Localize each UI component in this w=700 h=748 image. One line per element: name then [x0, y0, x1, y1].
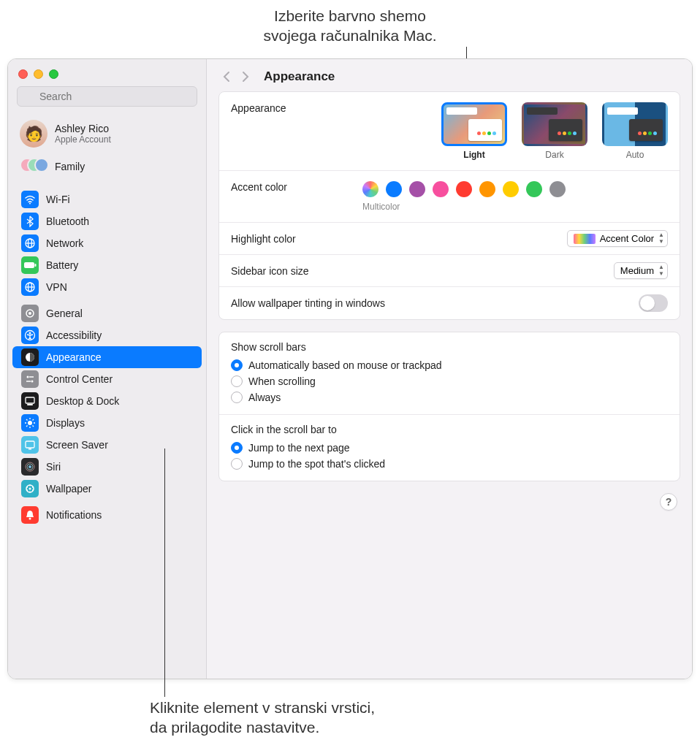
network-icon — [21, 234, 39, 252]
svg-point-18 — [31, 381, 34, 383]
svg-point-14 — [29, 332, 31, 335]
accent-swatch-5[interactable] — [479, 181, 495, 197]
scrollclick-title: Click in the scroll bar to — [219, 415, 680, 440]
svg-point-44 — [29, 518, 31, 520]
appearance-option-light[interactable]: Light — [441, 102, 507, 160]
accent-swatch-8[interactable] — [549, 181, 566, 197]
family-row[interactable]: Family — [8, 153, 206, 184]
sidebar-item-network[interactable]: Network — [12, 232, 202, 254]
accent-swatch-6[interactable] — [503, 181, 519, 197]
sidebar-item-notifications[interactable]: Notifications — [12, 504, 202, 526]
main-header: Appearance — [207, 59, 692, 91]
radio-label: Jump to the next page — [248, 442, 350, 454]
accent-swatch-3[interactable] — [433, 181, 449, 197]
accent-swatch-0[interactable] — [362, 181, 378, 197]
svg-point-16 — [27, 376, 29, 378]
accent-swatch-7[interactable] — [526, 181, 542, 197]
account-row[interactable]: 🧑 Ashley Rico Apple Account — [8, 114, 206, 153]
svg-point-42 — [26, 489, 28, 491]
highlight-label: Highlight color — [231, 233, 296, 245]
svg-point-38 — [29, 485, 31, 486]
settings-window: 🧑 Ashley Rico Apple Account Family Wi-Fi… — [7, 58, 693, 679]
sidebar-item-wallpaper[interactable]: Wallpaper — [12, 478, 202, 500]
sidebar-item-label: Bluetooth — [46, 215, 89, 227]
sidebar-item-label: General — [46, 308, 83, 319]
svg-rect-7 — [35, 264, 37, 267]
tinting-toggle[interactable] — [639, 294, 668, 312]
svg-point-39 — [32, 486, 34, 488]
sidebar-item-vpn[interactable]: VPN — [12, 276, 202, 298]
appearance-theme-row: Appearance LightDarkAuto — [219, 92, 680, 171]
appearance-icon — [21, 348, 39, 366]
sidebar-item-bluetooth[interactable]: Bluetooth — [12, 210, 202, 232]
scrollclick-option-1[interactable]: Jump to the spot that's clicked — [231, 456, 668, 472]
scrollbars-option-2[interactable]: Always — [231, 389, 668, 405]
close-window-button[interactable] — [18, 69, 28, 79]
sidebar: 🧑 Ashley Rico Apple Account Family Wi-Fi… — [8, 59, 207, 679]
svg-point-43 — [26, 486, 28, 488]
sidebar-size-popup[interactable]: Medium ▲▼ — [614, 262, 668, 279]
svg-point-35 — [28, 465, 31, 468]
scrollbars-title: Show scroll bars — [219, 332, 680, 357]
siri-icon — [21, 458, 39, 476]
minimize-window-button[interactable] — [34, 69, 43, 79]
sidebar-size-row: Sidebar icon size Medium ▲▼ — [219, 255, 680, 287]
sidebar-item-displays[interactable]: Displays — [12, 412, 202, 434]
radio-icon — [231, 442, 243, 454]
accessibility-icon — [21, 327, 39, 344]
radio-icon — [231, 375, 243, 387]
window-controls — [8, 59, 206, 86]
appearance-thumb-light — [441, 102, 507, 146]
svg-line-30 — [33, 419, 34, 421]
accent-swatch-4[interactable] — [456, 181, 472, 197]
sidebar-item-wifi[interactable]: Wi-Fi — [12, 188, 202, 210]
appearance-option-auto[interactable]: Auto — [602, 102, 668, 160]
desktop-dock-icon — [21, 392, 39, 410]
back-button[interactable] — [221, 70, 232, 83]
accent-color-row: Accent color Multicolor — [219, 171, 680, 223]
sidebar-item-desktop-dock[interactable]: Desktop & Dock — [12, 390, 202, 412]
help-button[interactable]: ? — [660, 493, 677, 511]
search-input[interactable] — [17, 86, 197, 107]
appearance-thumb-dark — [522, 102, 587, 146]
radio-icon — [231, 392, 243, 403]
svg-rect-20 — [26, 397, 34, 403]
sidebar-item-label: Accessibility — [46, 329, 102, 341]
zoom-window-button[interactable] — [49, 69, 58, 79]
highlight-popup[interactable]: Accent Color ▲▼ — [567, 230, 668, 247]
chevron-updown-icon: ▲▼ — [658, 232, 664, 245]
scrollbars-option-0[interactable]: Automatically based on mouse or trackpad — [231, 357, 668, 373]
accent-swatch-1[interactable] — [386, 181, 402, 197]
account-name: Ashley Rico — [55, 123, 111, 134]
svg-point-37 — [29, 488, 31, 490]
sidebar-item-label: Screen Saver — [46, 439, 108, 451]
sidebar-item-accessibility[interactable]: Accessibility — [12, 324, 202, 346]
tinting-label: Allow wallpaper tinting in windows — [231, 297, 385, 309]
sidebar-item-control-center[interactable]: Control Center — [12, 368, 202, 390]
appearance-option-label: Auto — [602, 150, 668, 160]
sidebar-item-general[interactable]: General — [12, 302, 202, 324]
radio-label: Always — [248, 392, 281, 403]
highlight-color-row: Highlight color Accent Color ▲▼ — [219, 223, 680, 255]
sidebar-item-label: Appearance — [46, 351, 102, 363]
wallpaper-icon — [21, 480, 39, 497]
sidebar-item-appearance[interactable]: Appearance — [12, 346, 202, 368]
scrollbars-option-1[interactable]: When scrolling — [231, 373, 668, 389]
scroll-card: Show scroll bars Automatically based on … — [218, 332, 680, 481]
bluetooth-icon — [21, 213, 39, 230]
sidebar-item-screen-saver[interactable]: Screen Saver — [12, 434, 202, 456]
sidebar-item-battery[interactable]: Battery — [12, 254, 202, 276]
sidebar-list[interactable]: Wi-FiBluetoothNetworkBatteryVPNGeneralAc… — [8, 184, 206, 679]
forward-button[interactable] — [240, 70, 251, 83]
svg-point-40 — [32, 489, 34, 491]
radio-label: Jump to the spot that's clicked — [248, 458, 385, 470]
sidebar-item-siri[interactable]: Siri — [12, 456, 202, 478]
scrollclick-option-0[interactable]: Jump to the next page — [231, 440, 668, 456]
appearance-option-dark[interactable]: Dark — [522, 102, 587, 160]
sidebar-item-label: Battery — [46, 259, 78, 271]
svg-rect-21 — [27, 404, 33, 405]
accent-swatch-2[interactable] — [409, 181, 425, 197]
family-icon — [20, 158, 47, 175]
main-panel: Appearance Appearance LightDarkAuto Acce… — [207, 59, 692, 679]
notifications-icon — [21, 506, 39, 524]
